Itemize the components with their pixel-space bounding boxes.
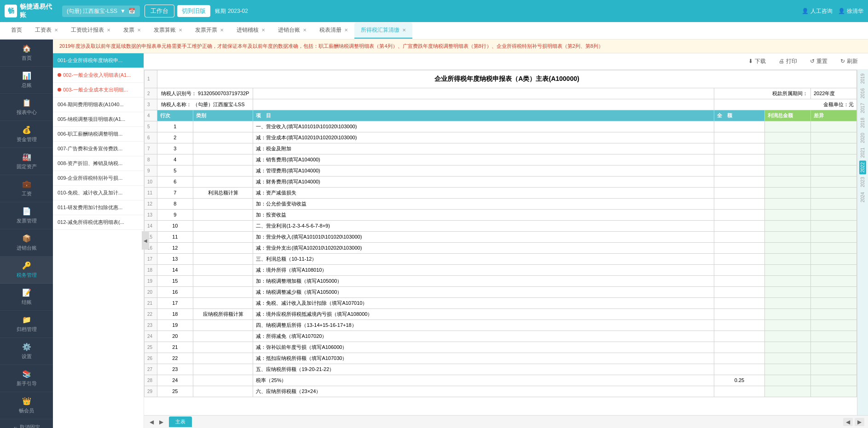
- company-selector[interactable]: (勾册) 江西服宝-LSS ▼ 📅: [62, 6, 140, 17]
- report-item-003[interactable]: 003-一般企业成本支出明细...: [53, 83, 144, 97]
- amount-cell[interactable]: 0.25: [714, 375, 765, 386]
- sidebar-item-reports[interactable]: 📋 报表中心: [0, 94, 53, 121]
- diff-cell[interactable]: [811, 342, 857, 353]
- prev-arrow[interactable]: ◀: [148, 418, 156, 426]
- year-2023[interactable]: 2023: [859, 175, 866, 189]
- item-cell[interactable]: 减：纳税调整减少额（填写A105000）: [253, 286, 714, 297]
- diff-cell[interactable]: [811, 320, 857, 331]
- profit-cell[interactable]: [765, 176, 811, 187]
- report-item-002[interactable]: 002-一般企业收入明细表(A1...: [53, 68, 144, 83]
- item-cell[interactable]: 二、营业利润(1-2-3-4-5-6-7-8+9): [253, 220, 714, 231]
- tab-invoice[interactable]: 发票✕: [117, 23, 147, 39]
- profit-cell[interactable]: [765, 143, 811, 154]
- item-cell[interactable]: 三、利润总额（10-11-12）: [253, 253, 714, 264]
- year-2019[interactable]: 2019: [859, 72, 866, 86]
- line-cell[interactable]: 9: [157, 209, 193, 220]
- amount-cell[interactable]: [714, 242, 765, 253]
- item-cell[interactable]: 减：管理费用(填写A104000): [253, 165, 714, 176]
- sidebar-item-funds[interactable]: 💰 资金管理: [0, 121, 53, 148]
- amount-cell[interactable]: [714, 286, 765, 297]
- year-2020[interactable]: 2020: [859, 131, 866, 145]
- line-cell[interactable]: 24: [157, 375, 193, 386]
- diff-cell[interactable]: [811, 386, 857, 397]
- tab-invoice-calc[interactable]: 发票算账✕: [147, 23, 189, 39]
- close-icon[interactable]: ✕: [179, 28, 182, 33]
- close-icon[interactable]: ✕: [54, 28, 58, 33]
- profit-cell[interactable]: [765, 264, 811, 275]
- close-icon[interactable]: ✕: [220, 28, 224, 33]
- diff-cell[interactable]: [811, 264, 857, 275]
- item-cell[interactable]: 加：纳税调整增加额（填写A105000）: [253, 275, 714, 286]
- line-cell[interactable]: 2: [157, 132, 193, 143]
- download-button[interactable]: ⬇ 下载: [745, 56, 770, 67]
- amount-cell[interactable]: [714, 308, 765, 320]
- amount-cell[interactable]: [714, 364, 765, 375]
- line-cell[interactable]: 12: [157, 242, 193, 253]
- line-cell[interactable]: 23: [157, 364, 193, 375]
- item-cell[interactable]: 税率（25%）: [253, 375, 714, 386]
- report-item-001[interactable]: 001-企业所得税年度纳税申...: [53, 53, 144, 68]
- report-item-005[interactable]: 005-纳税调整项目明细表(A1...: [53, 112, 144, 127]
- sidebar-item-close[interactable]: 📝 结账: [0, 284, 53, 311]
- diff-cell[interactable]: [811, 253, 857, 264]
- diff-cell[interactable]: [811, 242, 857, 253]
- amount-cell[interactable]: [714, 176, 765, 187]
- profit-cell[interactable]: [765, 375, 811, 386]
- year-2024[interactable]: 2024: [859, 190, 866, 204]
- profit-cell[interactable]: [765, 165, 811, 176]
- switch-old-button[interactable]: 切到旧版: [177, 5, 210, 17]
- profit-cell[interactable]: [765, 132, 811, 143]
- year-2016[interactable]: 2016: [859, 86, 866, 100]
- diff-cell[interactable]: [811, 331, 857, 342]
- reset-button[interactable]: ↺ 重置: [806, 56, 831, 67]
- line-cell[interactable]: 19: [157, 320, 193, 331]
- profit-cell[interactable]: [765, 253, 811, 264]
- line-cell[interactable]: 4: [157, 154, 193, 165]
- report-item-011[interactable]: 011-研发费用加计扣除优惠...: [53, 200, 144, 215]
- line-cell[interactable]: 14: [157, 264, 193, 275]
- sidebar-item-home[interactable]: 🏠 首页: [0, 40, 53, 67]
- amount-cell[interactable]: [714, 253, 765, 264]
- year-2021[interactable]: 2021: [859, 146, 866, 160]
- diff-cell[interactable]: [811, 308, 857, 320]
- diff-cell[interactable]: [811, 154, 857, 165]
- scroll-left-button[interactable]: ◀: [843, 418, 853, 426]
- sidebar-item-tax[interactable]: 🔑 税务管理: [0, 257, 53, 284]
- sidebar-item-assets[interactable]: 🏭 固定资产: [0, 148, 53, 175]
- nav-collapse-button[interactable]: ◀: [142, 231, 149, 250]
- amount-cell[interactable]: [714, 132, 765, 143]
- tab-invoice-open[interactable]: 发票开票✕: [189, 23, 230, 39]
- item-cell[interactable]: 减：营业外支出(填写A102010\102020\103000): [253, 242, 714, 253]
- diff-cell[interactable]: [811, 143, 857, 154]
- profit-cell[interactable]: [765, 220, 811, 231]
- amount-cell[interactable]: [714, 209, 765, 220]
- line-cell[interactable]: 21: [157, 342, 193, 353]
- diff-cell[interactable]: [811, 353, 857, 364]
- tab-payroll-stat[interactable]: 工资统计报表✕: [64, 23, 117, 39]
- item-cell[interactable]: 减：税金及附加: [253, 143, 714, 154]
- item-cell[interactable]: 五、应纳税所得额（19-20-21-22）: [253, 364, 714, 375]
- sidebar-item-archive[interactable]: 📁 归档管理: [0, 311, 53, 338]
- tab-purchase-ledger[interactable]: 进销台账✕: [272, 23, 313, 39]
- profit-cell[interactable]: [765, 187, 811, 198]
- amount-cell[interactable]: [714, 165, 765, 176]
- profit-cell[interactable]: [765, 353, 811, 364]
- diff-cell[interactable]: [811, 231, 857, 242]
- sidebar-item-payroll[interactable]: 💼 工资: [0, 175, 53, 202]
- profit-cell[interactable]: [765, 121, 811, 132]
- item-cell[interactable]: 六、应纳所得税额（23×24）: [253, 386, 714, 397]
- profit-cell[interactable]: [765, 308, 811, 320]
- diff-cell[interactable]: [811, 165, 857, 176]
- diff-cell[interactable]: [811, 121, 857, 132]
- close-icon[interactable]: ✕: [303, 28, 307, 33]
- amount-cell[interactable]: [714, 187, 765, 198]
- line-cell[interactable]: 13: [157, 253, 193, 264]
- report-item-004[interactable]: 004-期间费用明细表(A1040...: [53, 97, 144, 112]
- item-cell[interactable]: 减：弥补以前年度亏损（填写A106000）: [253, 342, 714, 353]
- amount-cell[interactable]: [714, 342, 765, 353]
- item-cell[interactable]: 四、纳税调整后所得（13-14+15-16-17+18）: [253, 320, 714, 331]
- line-cell[interactable]: 6: [157, 176, 193, 187]
- item-cell[interactable]: 减：资产减值损失: [253, 187, 714, 198]
- scroll-right-button[interactable]: ▶: [855, 418, 864, 426]
- item-cell[interactable]: 减：销售费用(填写A104000): [253, 154, 714, 165]
